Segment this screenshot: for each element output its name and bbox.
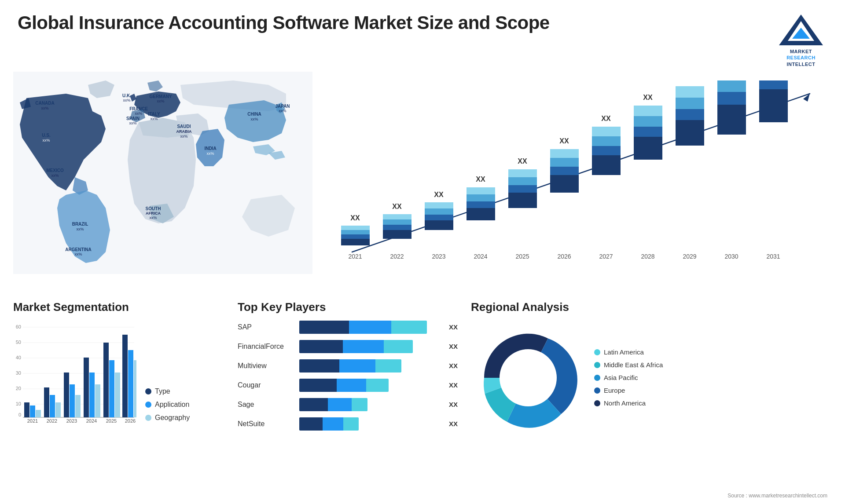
svg-rect-39 [341, 234, 370, 239]
dot-europe [594, 387, 600, 394]
player-sap-bar [299, 321, 441, 334]
svg-text:JAPAN: JAPAN [275, 104, 290, 109]
player-cougar: Cougar XX [238, 379, 458, 392]
donut-svg [471, 321, 585, 435]
svg-text:2030: 2030 [724, 253, 738, 260]
svg-text:ITALY: ITALY [148, 112, 160, 117]
svg-text:CHINA: CHINA [247, 112, 261, 117]
svg-text:2029: 2029 [683, 253, 696, 260]
svg-text:xx%: xx% [123, 98, 130, 102]
legend-application-dot [145, 402, 151, 408]
legend-type-dot [145, 388, 151, 394]
svg-text:2026: 2026 [125, 418, 136, 424]
legend-geography-dot [145, 415, 151, 421]
svg-text:ARGENTINA: ARGENTINA [65, 247, 91, 252]
svg-rect-40 [341, 230, 370, 234]
player-sap-name: SAP [238, 323, 295, 331]
svg-text:2025: 2025 [106, 418, 117, 424]
svg-rect-75 [592, 146, 621, 155]
svg-rect-53 [425, 202, 453, 208]
legend-mea: Middle East & Africa [594, 361, 663, 369]
player-mv-bar [299, 359, 441, 373]
svg-text:U.S.: U.S. [42, 133, 51, 138]
legend-asia-pacific: Asia Pacific [594, 374, 663, 381]
svg-rect-68 [550, 175, 579, 193]
svg-rect-140 [134, 360, 136, 417]
svg-text:xx%: xx% [41, 106, 48, 110]
svg-text:FRANCE: FRANCE [129, 106, 148, 111]
player-financialforce: FinancialForce XX [238, 340, 458, 353]
svg-rect-38 [341, 239, 370, 245]
svg-text:2023: 2023 [66, 418, 77, 424]
svg-text:2021: 2021 [27, 418, 38, 424]
dot-latin-america [594, 349, 600, 355]
player-ff-value: XX [449, 343, 458, 350]
svg-text:XX: XX [685, 80, 694, 82]
svg-rect-58 [467, 194, 495, 201]
svg-rect-124 [55, 402, 61, 417]
player-ff-name: FinancialForce [238, 343, 295, 351]
players-section: Top Key Players SAP XX FinancialForce [238, 300, 458, 435]
svg-rect-136 [115, 373, 120, 417]
label-latin-america: Latin America [604, 348, 644, 356]
player-mv-value: XX [449, 362, 458, 369]
svg-text:2024: 2024 [86, 418, 97, 424]
bar-chart-svg: XX 2021 XX 2022 XX 2023 [321, 80, 832, 270]
svg-rect-119 [30, 405, 35, 417]
donut-chart [471, 321, 585, 435]
svg-text:xx%: xx% [42, 138, 50, 142]
dot-mea [594, 362, 600, 368]
segmentation-chart: 60 50 40 30 20 10 0 2021 [13, 321, 136, 431]
svg-rect-41 [341, 226, 370, 230]
svg-text:xx%: xx% [279, 109, 286, 113]
legend-europe: Europe [594, 387, 663, 394]
svg-rect-131 [89, 373, 95, 417]
svg-text:30: 30 [16, 370, 21, 376]
player-sg-value: XX [449, 401, 458, 408]
legend-geography: Geography [145, 414, 190, 422]
segmentation-content: 60 50 40 30 20 10 0 2021 [13, 321, 224, 431]
svg-text:2028: 2028 [641, 253, 654, 260]
svg-text:50: 50 [16, 340, 21, 345]
players-title: Top Key Players [238, 300, 458, 314]
svg-rect-82 [634, 116, 662, 127]
svg-text:xx%: xx% [250, 117, 258, 121]
svg-text:40: 40 [16, 355, 21, 360]
label-mea: Middle East & Africa [604, 361, 663, 369]
svg-rect-93 [717, 92, 746, 105]
svg-text:2027: 2027 [599, 253, 613, 260]
svg-text:2023: 2023 [432, 253, 445, 260]
legend-type: Type [145, 387, 190, 395]
svg-rect-77 [592, 127, 621, 136]
svg-text:XX: XX [476, 175, 485, 183]
svg-rect-89 [676, 86, 704, 98]
label-asia-pacific: Asia Pacific [604, 374, 638, 381]
svg-rect-69 [550, 167, 579, 175]
svg-rect-70 [550, 158, 579, 167]
legend-application: Application [145, 401, 190, 409]
svg-rect-71 [550, 149, 579, 158]
svg-text:CANADA: CANADA [35, 101, 54, 106]
svg-rect-65 [508, 169, 537, 177]
svg-rect-45 [383, 225, 411, 230]
svg-rect-52 [425, 208, 453, 215]
player-cg-value: XX [449, 381, 458, 389]
bottom-area: Market Segmentation 60 50 40 30 20 10 0 [0, 296, 845, 439]
svg-rect-57 [467, 201, 495, 208]
bar-chart-section: XX 2021 XX 2022 XX 2023 [321, 72, 832, 283]
svg-rect-98 [759, 89, 788, 122]
svg-rect-63 [508, 185, 537, 193]
svg-text:XX: XX [392, 203, 402, 210]
segmentation-section: Market Segmentation 60 50 40 30 20 10 0 [13, 300, 224, 435]
svg-text:U.K.: U.K. [122, 93, 131, 98]
svg-text:MEXICO: MEXICO [46, 168, 64, 173]
svg-point-142 [500, 349, 557, 406]
segmentation-legend: Type Application Geography [145, 387, 190, 431]
logo-icon [775, 12, 827, 47]
logo-text-line2: RESEARCH [786, 55, 816, 60]
svg-text:ARABIA: ARABIA [176, 129, 192, 134]
svg-rect-46 [383, 219, 411, 225]
svg-text:xx%: xx% [149, 215, 157, 220]
dot-north-america [594, 400, 600, 406]
svg-rect-94 [717, 80, 746, 92]
